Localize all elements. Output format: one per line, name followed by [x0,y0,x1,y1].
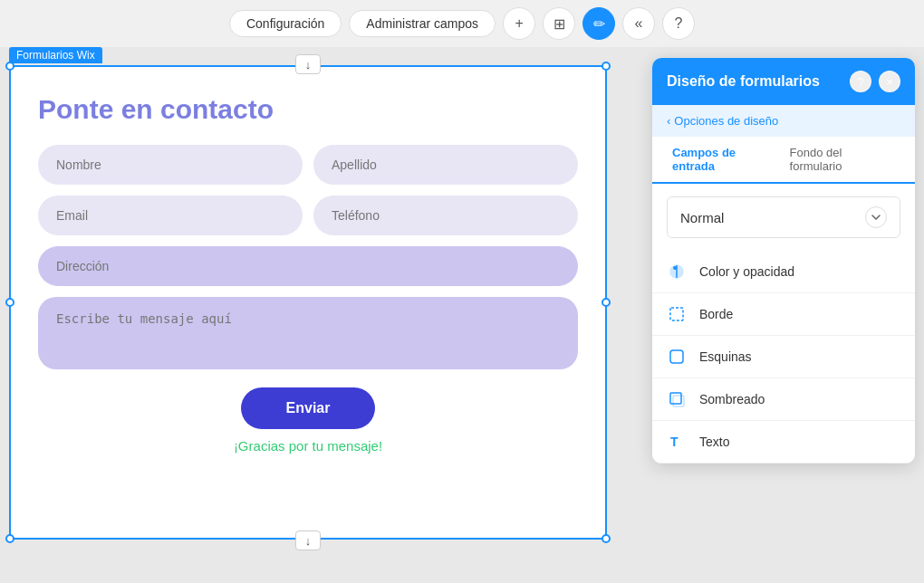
form-row-message [38,297,578,369]
form-selection-border[interactable]: Formularios Wix ↓ ↓ Ponte en contacto [9,65,607,540]
handle-bl[interactable] [5,534,14,543]
grid-button[interactable]: ⊞ [543,7,575,40]
tab-fondo-formulario[interactable]: Fondo del formulario [784,137,886,184]
borde-label: Borde [699,307,733,321]
history-button[interactable]: « [622,7,655,40]
form-row-email-phone [38,196,578,235]
panel-header-icons: ? × [850,71,900,92]
handle-br[interactable] [602,534,611,543]
svg-point-1 [673,266,677,270]
help-icon: ? [675,15,683,32]
sombreado-label: Sombreado [699,392,765,406]
panel-title: Diseño de formularios [667,73,820,90]
menu-item-texto[interactable]: T Texto [652,421,915,464]
form-title: Ponte en contacto [38,94,578,125]
edit-icon: ✏ [593,15,605,33]
svg-rect-4 [670,393,681,404]
grid-icon: ⊞ [553,15,565,33]
add-button[interactable]: + [503,7,535,40]
breadcrumb-label: Opciones de diseño [674,114,778,128]
panel-tabs: Campos de entrada Fondo del formulario [652,137,915,184]
email-input[interactable] [38,196,303,235]
handle-tr[interactable] [602,62,611,71]
handle-download-bottom[interactable]: ↓ [295,530,321,550]
direccion-input[interactable] [38,246,578,286]
handle-right-center[interactable] [602,298,611,307]
handle-tl[interactable] [5,62,14,71]
svg-rect-5 [673,396,684,406]
administrar-campos-button[interactable]: Administrar campos [349,10,496,37]
svg-text:T: T [670,435,679,449]
add-icon: + [515,15,523,32]
dropdown-arrow-icon [865,206,887,228]
texto-label: Texto [699,435,729,449]
sombreado-icon [667,389,687,409]
design-panel: Diseño de formularios ? × ‹ Opciones de … [652,58,915,464]
menu-item-color[interactable]: Color y opacidad [652,251,915,293]
panel-help-button[interactable]: ? [850,71,871,92]
panel-breadcrumb[interactable]: ‹ Opciones de diseño [652,105,915,137]
svg-rect-2 [670,308,683,320]
borde-icon [667,304,687,324]
form-submit-row: Enviar [38,387,578,429]
help-button[interactable]: ? [662,7,695,40]
svg-rect-3 [670,350,683,363]
form-row-name-lastname [38,145,578,185]
submit-button[interactable]: Enviar [241,387,376,429]
handle-left-center[interactable] [5,298,14,307]
apellido-input[interactable] [313,145,578,185]
top-toolbar: Configuración Administrar campos + ⊞ ✏ «… [0,0,924,47]
telefono-input[interactable] [313,196,578,235]
menu-item-esquinas[interactable]: Esquinas [652,336,915,378]
wix-label: Formularios Wix [9,47,102,63]
form-row-address [38,246,578,286]
dropdown-label: Normal [680,210,724,225]
form-widget-wrapper: Formularios Wix ↓ ↓ Ponte en contacto [9,65,607,540]
color-label: Color y opacidad [699,264,794,279]
menu-item-sombreado[interactable]: Sombreado [652,378,915,421]
esquinas-icon [667,347,687,367]
breadcrumb-back[interactable]: ‹ Opciones de diseño [667,114,778,128]
tab-campos-entrada[interactable]: Campos de entrada [667,137,770,184]
chevron-left-icon: ‹ [667,114,670,128]
esquinas-label: Esquinas [699,349,752,364]
color-icon [667,262,687,282]
menu-item-borde[interactable]: Borde [652,293,915,336]
history-icon: « [635,15,643,32]
edit-button[interactable]: ✏ [582,7,615,40]
configuracion-button[interactable]: Configuración [229,10,342,37]
mensaje-textarea[interactable] [38,297,578,369]
handle-download-top[interactable]: ↓ [295,54,321,74]
normal-dropdown[interactable]: Normal [667,196,900,238]
form-inner: Ponte en contacto Enviar [11,67,605,538]
nombre-input[interactable] [38,145,303,185]
panel-menu-items: Color y opacidad Borde Esquinas Sombread… [652,251,915,464]
panel-close-button[interactable]: × [879,71,900,92]
panel-header: Diseño de formularios ? × [652,58,915,105]
texto-icon: T [667,432,687,452]
success-message: ¡Gracias por tu mensaje! [38,438,578,454]
